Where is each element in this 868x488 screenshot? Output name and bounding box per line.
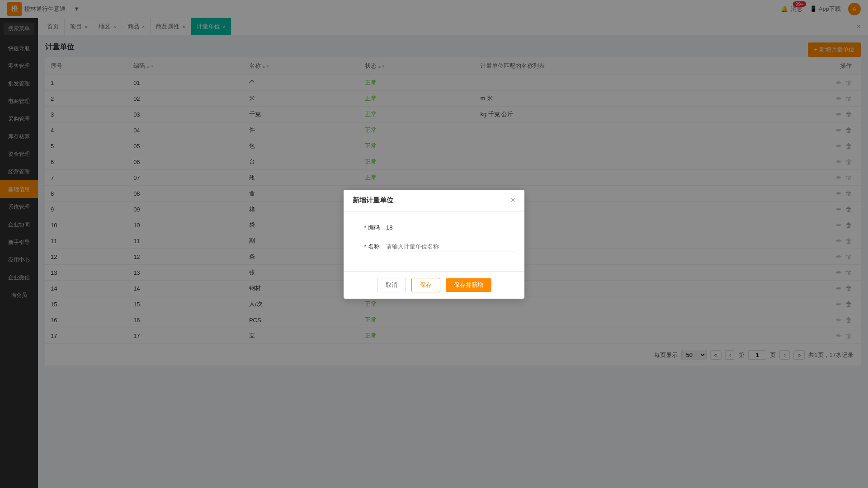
modal-body: * 编码 * 名称	[344, 211, 524, 271]
form-code-input[interactable]	[383, 222, 515, 233]
modal-cancel-button[interactable]: 取消	[377, 278, 406, 292]
modal-footer: 取消 保存 保存并新增	[344, 271, 524, 299]
form-name-label: * 名称	[353, 243, 380, 251]
modal-close-button[interactable]: ×	[510, 196, 515, 204]
add-unit-modal: 新增计量单位 × * 编码 * 名称 取消 保存 保存并新增	[344, 190, 524, 299]
form-name-input[interactable]	[383, 241, 515, 252]
modal-save-new-button[interactable]: 保存并新增	[446, 278, 491, 292]
form-item-name: * 名称	[353, 241, 515, 252]
form-code-label: * 编码	[353, 224, 380, 232]
modal-title: 新增计量单位	[353, 196, 393, 205]
modal-overlay: 新增计量单位 × * 编码 * 名称 取消 保存 保存并新增	[0, 0, 868, 488]
modal-header: 新增计量单位 ×	[344, 190, 524, 211]
modal-save-button[interactable]: 保存	[411, 278, 440, 292]
form-item-code: * 编码	[353, 222, 515, 233]
